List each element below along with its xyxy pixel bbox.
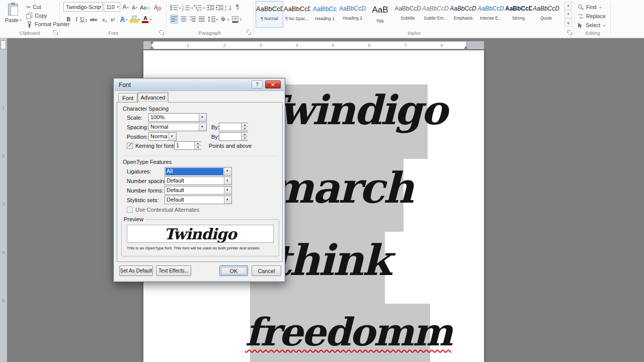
spin-up-icon[interactable]: ▲ — [195, 142, 201, 146]
document-word[interactable]: think — [271, 235, 390, 285]
kerning-checkbox[interactable] — [127, 143, 133, 149]
style-item[interactable]: AaBbCcDc ¶ Normal — [256, 1, 283, 28]
paragraph-dialog-launcher[interactable] — [247, 30, 252, 35]
close-button[interactable]: ✕ — [265, 80, 281, 88]
cancel-button[interactable]: Cancel — [252, 265, 281, 276]
number-forms-combobox[interactable]: Default — [165, 186, 232, 195]
right-indent-marker[interactable] — [464, 46, 468, 49]
style-item[interactable]: AaB Title — [366, 1, 394, 28]
spacing-by-spinner[interactable]: ▲▼ — [219, 123, 248, 131]
strikethrough-button[interactable]: abc — [90, 15, 98, 24]
chevron-down-icon[interactable] — [199, 114, 206, 121]
align-center-button[interactable] — [180, 15, 188, 24]
vertical-scroll-thumb[interactable] — [1, 40, 6, 49]
spacing-combobox[interactable]: Normal — [148, 123, 207, 131]
kerning-spinner[interactable]: 1 ▲▼ — [174, 141, 201, 150]
chevron-down-icon[interactable] — [224, 196, 231, 204]
format-painter-icon — [26, 21, 33, 28]
style-item[interactable]: AaBbCcDc ¶ No Spac... — [283, 1, 311, 28]
text-effects-button-dialog[interactable]: Text Effects... — [156, 265, 191, 276]
superscript-button[interactable]: x² — [109, 15, 117, 24]
styles-dialog-launcher[interactable] — [568, 30, 573, 35]
chevron-down-icon[interactable] — [224, 187, 231, 194]
tab-font[interactable]: Font — [118, 93, 137, 103]
gallery-scroll-up-button[interactable]: ▲ — [565, 2, 572, 10]
chevron-down-icon[interactable] — [224, 167, 231, 175]
set-as-default-button[interactable]: Set As Default — [119, 265, 153, 276]
spin-down-icon[interactable]: ▼ — [242, 127, 248, 131]
copy-button[interactable]: Copy — [26, 12, 47, 20]
position-by-spinner[interactable]: ▲▼ — [219, 132, 248, 141]
document-word[interactable]: march — [269, 163, 413, 213]
style-item[interactable]: AaBbCcD Heading 2 — [339, 1, 366, 28]
borders-button[interactable] — [232, 15, 242, 24]
left-indent-marker[interactable] — [150, 46, 154, 49]
align-left-icon — [171, 16, 178, 22]
shading-button[interactable] — [220, 15, 229, 24]
select-button[interactable]: Select — [578, 21, 605, 29]
numbering-button[interactable]: 123 — [182, 3, 193, 12]
tab-advanced[interactable]: Advanced — [137, 92, 169, 103]
style-item[interactable]: AaBbCcDt Quote — [532, 1, 560, 28]
change-case-button[interactable]: Aa — [140, 3, 149, 12]
style-name: Heading 1 — [311, 16, 338, 21]
spin-down-icon[interactable]: ▼ — [195, 146, 201, 150]
spin-up-icon[interactable]: ▲ — [242, 123, 248, 127]
number-spacing-combobox[interactable]: Default — [165, 176, 232, 185]
stylistic-sets-combobox[interactable]: Default — [165, 196, 232, 204]
position-combobox[interactable]: Normal — [148, 132, 177, 141]
paste-button[interactable]: Paste — [3, 2, 24, 34]
shrink-font-button[interactable]: A▼ — [131, 3, 139, 12]
bullets-button[interactable] — [170, 3, 181, 12]
increase-indent-button[interactable] — [215, 3, 223, 12]
text-highlight-button[interactable] — [130, 15, 140, 24]
line-spacing-button[interactable] — [208, 15, 218, 24]
document-word[interactable]: freedomm — [245, 310, 451, 354]
underline-button[interactable]: U — [79, 15, 88, 24]
multilevel-list-button[interactable] — [194, 3, 205, 12]
group-separator — [59, 2, 60, 34]
align-left-button[interactable] — [170, 15, 178, 24]
vertical-ruler[interactable]: 12345 — [0, 38, 7, 362]
style-item[interactable]: AaBbCcD Subtitle — [394, 1, 422, 28]
gallery-scroll-down-button[interactable]: ▼ — [565, 10, 572, 18]
scale-combobox[interactable]: 100% — [148, 113, 207, 122]
chevron-down-icon[interactable] — [224, 177, 231, 185]
help-button[interactable]: ? — [252, 80, 263, 88]
grow-font-button[interactable]: A▲ — [122, 3, 130, 12]
find-button[interactable]: Find — [578, 3, 601, 11]
spin-down-icon[interactable]: ▼ — [242, 137, 248, 141]
font-size-combobox[interactable]: 110 — [104, 2, 120, 12]
horizontal-ruler[interactable]: 12345678 — [143, 41, 484, 49]
font-color-button[interactable]: A — [142, 15, 151, 24]
subscript-button[interactable]: x₂ — [101, 15, 109, 24]
clipboard-dialog-launcher[interactable] — [53, 30, 58, 35]
cut-button[interactable]: ✂ Cut — [26, 3, 41, 11]
justify-button[interactable] — [198, 15, 206, 24]
gallery-more-button[interactable]: —▼ — [565, 19, 572, 27]
replace-button[interactable]: Replace — [578, 12, 606, 20]
font-dialog-launcher[interactable] — [159, 30, 165, 35]
style-item[interactable]: AaBbCcDt Subtle Em... — [422, 1, 449, 28]
styles-group-label: Styles — [254, 30, 574, 36]
chevron-down-icon[interactable] — [169, 133, 176, 140]
contextual-alternates-checkbox[interactable] — [127, 207, 133, 213]
first-line-indent-marker[interactable] — [150, 42, 154, 44]
text-effects-button[interactable]: A — [120, 15, 128, 24]
style-item[interactable]: AaBbCcDt Intense E... — [477, 1, 505, 28]
chevron-down-icon[interactable] — [199, 123, 206, 131]
sort-button[interactable]: AZ — [224, 3, 232, 12]
bold-button[interactable]: B — [64, 15, 72, 24]
clear-formatting-button[interactable]: A — [152, 3, 160, 12]
style-item[interactable]: AaBbCcDt Strong — [505, 1, 532, 28]
spin-up-icon[interactable]: ▲ — [242, 133, 248, 137]
decrease-indent-button[interactable] — [206, 3, 214, 12]
format-painter-button[interactable]: Format Painter — [26, 20, 69, 28]
ok-button[interactable]: OK — [219, 265, 248, 276]
style-item[interactable]: AaBbCc Heading 1 — [311, 1, 339, 28]
align-right-button[interactable] — [189, 15, 197, 24]
style-item[interactable]: AaBbCcDt Emphasis — [449, 1, 477, 28]
ligatures-combobox[interactable]: All — [165, 167, 232, 175]
font-name-combobox[interactable]: Twindigo-Scrip — [63, 2, 103, 12]
show-paragraph-marks-button[interactable]: ¶ — [233, 3, 242, 12]
